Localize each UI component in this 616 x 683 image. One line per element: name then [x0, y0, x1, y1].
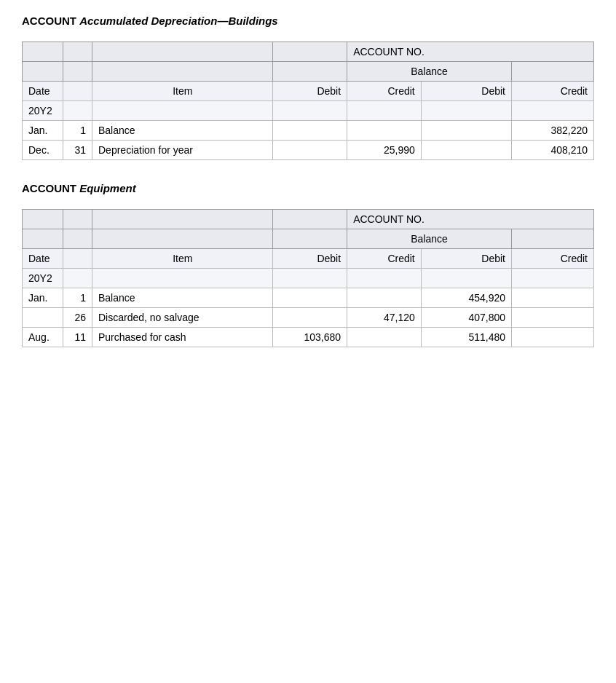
- cell-debit-0: [273, 269, 347, 288]
- table-row-0: 20Y2: [23, 269, 594, 288]
- account-title-prefix: ACCOUNT: [22, 15, 79, 27]
- cell-credit-2: 47,120: [347, 308, 422, 328]
- cell-item-1: Balance: [92, 288, 273, 308]
- account-section-0: ACCOUNT NO. Balance Date Item Debit Cred…: [22, 42, 594, 160]
- col-header-item: Item: [92, 249, 273, 269]
- hcell-empty6: [63, 229, 92, 249]
- hcell-empty3: [92, 42, 273, 62]
- table-row-2: 26 Discarded, no salvage 47,120 407,800: [23, 308, 594, 328]
- cell-bal-debit-0: [421, 269, 511, 288]
- account-title-name: Accumulated Depreciation—Buildings: [79, 15, 278, 27]
- cell-bal-debit-1: [421, 121, 511, 141]
- cell-date-2: Dec.: [23, 141, 63, 160]
- cell-bal-credit-0: [512, 269, 594, 288]
- account-no-cell: ACCOUNT NO.: [347, 210, 594, 229]
- cell-date-3: Aug.: [23, 328, 63, 347]
- col-header-bal-credit: Credit: [512, 249, 594, 269]
- col-header-date: Date: [23, 82, 63, 101]
- ledger-table-0: ACCOUNT NO. Balance Date Item Debit Cred…: [22, 42, 594, 160]
- col-header-item: Item: [92, 82, 273, 101]
- cell-debit-2: [273, 141, 347, 160]
- hcell-empty3: [92, 210, 273, 229]
- cell-debit-0: [273, 101, 347, 121]
- account-no-cell: ACCOUNT NO.: [347, 42, 594, 62]
- col-header-debit: Debit: [273, 249, 347, 269]
- cell-day-2: 26: [63, 308, 92, 328]
- table-row-0: 20Y2: [23, 101, 594, 121]
- cell-item-2: Depreciation for year: [92, 141, 273, 160]
- cell-credit-2: 25,990: [347, 141, 422, 160]
- account-title-prefix: ACCOUNT: [22, 182, 79, 194]
- header-row-labels: Date Item Debit Credit Debit Credit: [23, 82, 594, 101]
- header-row-labels: Date Item Debit Credit Debit Credit: [23, 249, 594, 269]
- col-header-debit: Debit: [273, 82, 347, 101]
- header-row-balance: Balance: [23, 62, 594, 82]
- cell-day-0: [63, 269, 92, 288]
- cell-bal-credit-2: [512, 308, 594, 328]
- cell-bal-debit-2: [421, 141, 511, 160]
- hcell-empty1: [23, 42, 63, 62]
- cell-day-2: 31: [63, 141, 92, 160]
- hcell-empty9: [512, 229, 594, 249]
- col-header-credit: Credit: [347, 249, 422, 269]
- cell-day-1: 1: [63, 121, 92, 141]
- cell-bal-credit-0: [512, 101, 594, 121]
- hcell-empty8: [273, 229, 347, 249]
- cell-date-0: 20Y2: [23, 269, 63, 288]
- col-header-bal-credit: Credit: [512, 82, 594, 101]
- col-header-bal-debit: Debit: [421, 249, 511, 269]
- hcell-empty7: [92, 229, 273, 249]
- cell-credit-1: [347, 121, 422, 141]
- balance-label-cell: Balance: [347, 62, 512, 82]
- table-row-2: Dec. 31 Depreciation for year 25,990 408…: [23, 141, 594, 160]
- col-header-day: [63, 82, 92, 101]
- cell-credit-1: [347, 288, 422, 308]
- hcell-empty1: [23, 210, 63, 229]
- hcell-empty6: [63, 62, 92, 82]
- col-header-credit: Credit: [347, 82, 422, 101]
- cell-item-3: Purchased for cash: [92, 328, 273, 347]
- col-header-bal-debit: Debit: [421, 82, 511, 101]
- hcell-empty5: [23, 229, 63, 249]
- cell-item-0: [92, 269, 273, 288]
- cell-date-0: 20Y2: [23, 101, 63, 121]
- cell-debit-1: [273, 288, 347, 308]
- cell-bal-debit-1: 454,920: [421, 288, 511, 308]
- hcell-empty9: [512, 62, 594, 82]
- cell-debit-2: [273, 308, 347, 328]
- header-row-balance: Balance: [23, 229, 594, 249]
- hcell-empty4: [273, 210, 347, 229]
- cell-day-3: 11: [63, 328, 92, 347]
- table-row-1: Jan. 1 Balance 454,920: [23, 288, 594, 308]
- cell-debit-1: [273, 121, 347, 141]
- cell-day-0: [63, 101, 92, 121]
- hcell-empty2: [63, 42, 92, 62]
- hcell-empty4: [273, 42, 347, 62]
- hcell-empty5: [23, 62, 63, 82]
- account-title-name: Equipment: [79, 182, 136, 194]
- cell-credit-0: [347, 101, 422, 121]
- cell-item-0: [92, 101, 273, 121]
- cell-item-2: Discarded, no salvage: [92, 308, 273, 328]
- cell-bal-credit-3: [512, 328, 594, 347]
- cell-bal-credit-2: 408,210: [512, 141, 594, 160]
- cell-bal-credit-1: [512, 288, 594, 308]
- cell-item-1: Balance: [92, 121, 273, 141]
- header-row-account-no: ACCOUNT NO.: [23, 210, 594, 229]
- cell-bal-credit-1: 382,220: [512, 121, 594, 141]
- account-title-1: ACCOUNT Equipment: [22, 182, 594, 194]
- hcell-empty7: [92, 62, 273, 82]
- col-header-day: [63, 249, 92, 269]
- account-section-1: ACCOUNT NO. Balance Date Item Debit Cred…: [22, 209, 594, 347]
- cell-bal-debit-0: [421, 101, 511, 121]
- cell-date-2: [23, 308, 63, 328]
- table-row-3: Aug. 11 Purchased for cash 103,680 511,4…: [23, 328, 594, 347]
- col-header-date: Date: [23, 249, 63, 269]
- cell-credit-0: [347, 269, 422, 288]
- ledger-table-1: ACCOUNT NO. Balance Date Item Debit Cred…: [22, 209, 594, 347]
- cell-credit-3: [347, 328, 422, 347]
- cell-date-1: Jan.: [23, 121, 63, 141]
- cell-bal-debit-3: 511,480: [421, 328, 511, 347]
- header-row-account-no: ACCOUNT NO.: [23, 42, 594, 62]
- balance-label-cell: Balance: [347, 229, 512, 249]
